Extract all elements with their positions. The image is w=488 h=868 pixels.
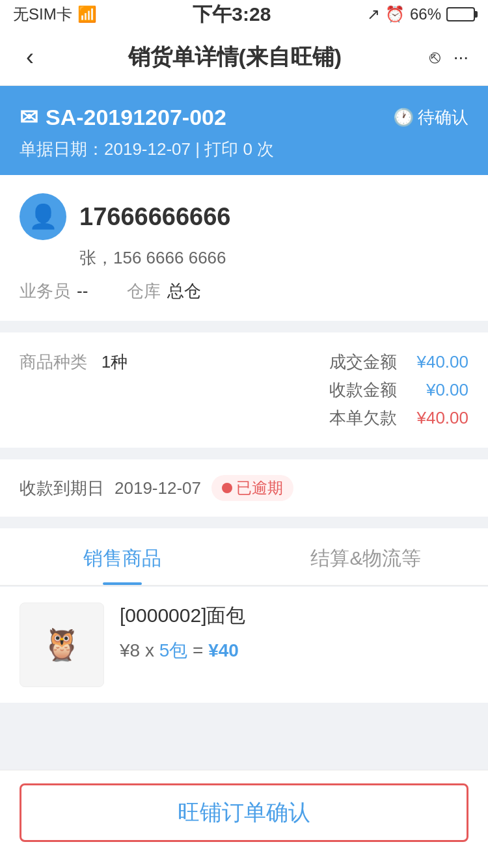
amount-value-0: ¥40.00 — [416, 352, 468, 372]
duedate-value: 2019-12-07 — [115, 478, 201, 498]
more-button[interactable]: ··· — [454, 47, 468, 68]
nav-bar: ‹ 销货单详情(来自旺铺) ⎋ ··· — [0, 29, 488, 86]
status-left: 无SIM卡 📶 — [13, 4, 97, 25]
location-icon: ↗ — [367, 5, 380, 23]
duedate-card: 收款到期日 2019-12-07 已逾期 — [0, 459, 488, 517]
summary-card: 商品种类 1种 成交金额 ¥40.00 收款金额 ¥0.00 本单欠款 ¥40.… — [0, 332, 488, 448]
order-id: ✉ SA-20191207-002 — [20, 104, 226, 130]
product-name: [0000002]面包 — [120, 603, 468, 629]
carrier-label: 无SIM卡 — [13, 4, 72, 25]
amount-value-2: ¥40.00 — [416, 408, 468, 428]
warehouse-value: 总仓 — [167, 280, 201, 303]
bottom-area: 旺铺订单确认 — [0, 770, 488, 868]
equal-sign: = — [187, 640, 208, 660]
overdue-dot-icon — [222, 483, 232, 493]
product-info: [0000002]面包 ¥8 x 5包 = ¥40 — [120, 603, 468, 663]
order-id-row: ✉ SA-20191207-002 🕐 待确认 — [20, 104, 468, 130]
amount-value-1: ¥0.00 — [426, 380, 468, 400]
order-date: 单据日期：2019-12-07 | 打印 0 次 — [20, 138, 468, 161]
avatar-icon: 👤 — [29, 203, 58, 230]
product-thumbnail: 🦉 — [20, 603, 104, 687]
battery-icon — [446, 7, 475, 21]
back-button[interactable]: ‹ — [20, 37, 40, 77]
tab-products[interactable]: 销售商品 — [0, 528, 244, 585]
sales-value: -- — [77, 281, 88, 301]
order-id-value: SA-20191207-002 — [46, 105, 226, 130]
product-type-label: 商品种类 — [20, 352, 87, 372]
customer-meta: 业务员 -- 仓库 总仓 — [20, 280, 468, 303]
tab-products-label: 销售商品 — [83, 547, 161, 569]
amount-label-0: 成交金额 — [329, 351, 397, 373]
order-icon: ✉ — [20, 104, 38, 130]
sales-label: 业务员 — [20, 280, 70, 303]
order-header: ✉ SA-20191207-002 🕐 待确认 单据日期：2019-12-07 … — [0, 86, 488, 175]
tabs-container: 销售商品 结算&物流等 — [0, 528, 488, 586]
status-right: ↗ ⏰ 66% — [367, 5, 475, 23]
customer-name: 张，156 6666 6666 — [20, 247, 468, 269]
product-logo-icon: 🦉 — [42, 627, 81, 663]
confirm-btn-label: 旺铺订单确认 — [178, 798, 310, 828]
status-clock-icon: 🕐 — [393, 107, 414, 128]
amount-label-1: 收款金额 — [329, 379, 397, 401]
overdue-text: 已逾期 — [236, 478, 283, 498]
quantity-value: 5包 — [159, 640, 188, 660]
price-label: ¥8 x — [120, 640, 159, 660]
product-card: 🦉 [0000002]面包 ¥8 x 5包 = ¥40 — [0, 587, 488, 703]
status-bar: 无SIM卡 📶 下午3:28 ↗ ⏰ 66% — [0, 0, 488, 29]
overdue-badge: 已逾期 — [211, 475, 293, 501]
customer-phone: 17666666666 — [79, 203, 230, 231]
tab-settlement[interactable]: 结算&物流等 — [244, 528, 488, 585]
warehouse-meta: 仓库 总仓 — [127, 280, 201, 303]
wifi-icon: 📶 — [77, 5, 97, 23]
total-value: ¥40 — [208, 640, 239, 660]
nav-actions: ⎋ ··· — [429, 47, 468, 68]
product-price: ¥8 x 5包 = ¥40 — [120, 638, 468, 663]
share-button[interactable]: ⎋ — [429, 47, 441, 68]
amount-row-0: 成交金额 ¥40.00 — [329, 351, 468, 373]
duedate-label: 收款到期日 — [20, 477, 104, 500]
avatar: 👤 — [20, 193, 66, 240]
sales-meta: 业务员 -- — [20, 280, 88, 303]
amount-label-2: 本单欠款 — [329, 407, 397, 429]
amount-row-1: 收款金额 ¥0.00 — [329, 379, 468, 401]
product-type-value: 1种 — [102, 352, 128, 372]
summary-left: 商品种类 1种 — [20, 351, 128, 373]
status-label: 待确认 — [418, 106, 468, 129]
order-status: 🕐 待确认 — [393, 106, 468, 129]
alarm-icon: ⏰ — [385, 5, 405, 23]
customer-top: 👤 17666666666 — [20, 193, 468, 240]
tab-settlement-label: 结算&物流等 — [310, 547, 421, 569]
customer-card: 👤 17666666666 张，156 6666 6666 业务员 -- 仓库 … — [0, 175, 488, 321]
summary-right: 成交金额 ¥40.00 收款金额 ¥0.00 本单欠款 ¥40.00 — [329, 351, 468, 429]
page-title: 销货单详情(来自旺铺) — [40, 42, 429, 72]
amount-row-2: 本单欠款 ¥40.00 — [329, 407, 468, 429]
battery-label: 66% — [410, 5, 441, 23]
warehouse-label: 仓库 — [127, 280, 161, 303]
time-label: 下午3:28 — [193, 1, 271, 28]
confirm-order-button[interactable]: 旺铺订单确认 — [20, 783, 468, 842]
